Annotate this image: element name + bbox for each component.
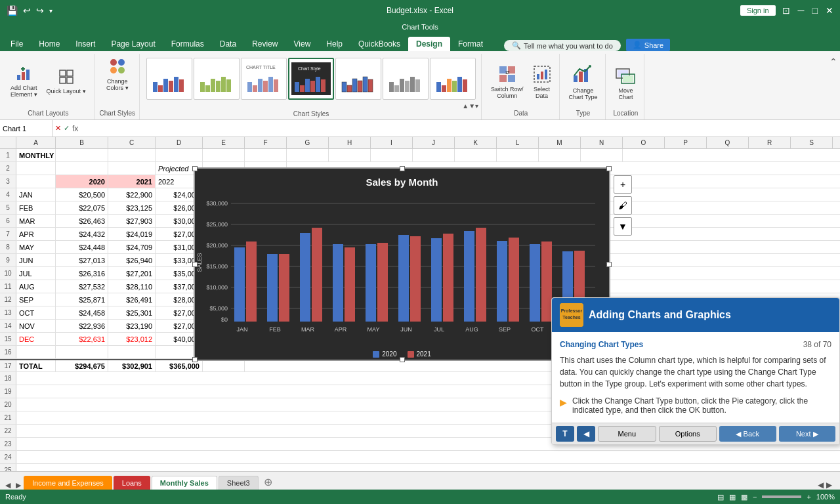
chart-style-2[interactable] [194, 58, 240, 100]
cell-b6[interactable]: $26,463 [56, 215, 108, 227]
undo-icon[interactable]: ↩ [22, 4, 32, 17]
cell-a15[interactable]: DEC [16, 333, 56, 345]
panel-options-button[interactable]: Options [659, 426, 717, 442]
tab-page-layout[interactable]: Page Layout [103, 37, 163, 51]
cell-i1[interactable] [371, 149, 413, 161]
close-icon[interactable]: ✕ [824, 4, 835, 17]
cell-l1[interactable] [497, 149, 539, 161]
cell-a16[interactable] [16, 346, 56, 358]
cell-b10[interactable]: $26,316 [56, 267, 108, 280]
switch-row-column-button[interactable]: ⇄ Switch Row/Column [487, 63, 528, 101]
tab-format[interactable]: Format [450, 37, 491, 51]
chart-style-scroll-more[interactable]: ▾ [475, 102, 478, 110]
redo-icon[interactable]: ↪ [35, 4, 45, 17]
cell-c9[interactable]: $26,940 [108, 254, 156, 266]
resize-mid-right[interactable] [606, 262, 612, 267]
col-header-q[interactable]: Q [707, 137, 749, 148]
name-box[interactable]: Chart 1 [0, 120, 52, 136]
cell-a3[interactable] [16, 175, 56, 188]
tab-home[interactable]: Home [31, 37, 68, 51]
col-header-b[interactable]: B [56, 137, 108, 148]
cell-b13[interactable]: $24,458 [56, 306, 108, 319]
panel-back-button[interactable]: ◀ Back [719, 426, 776, 442]
cell-a14[interactable]: NOV [16, 320, 56, 332]
col-header-g[interactable]: G [287, 137, 329, 148]
cell-e1[interactable] [203, 149, 245, 161]
cell-b14[interactable]: $22,936 [56, 320, 108, 332]
cell-c3[interactable]: 2021 [108, 175, 156, 188]
cell-b12[interactable]: $25,871 [56, 293, 108, 306]
cell-b4[interactable]: $20,500 [56, 188, 108, 201]
zoom-slider[interactable] [762, 495, 801, 498]
move-chart-button[interactable]: MoveChart [611, 62, 640, 102]
tab-scroll-right-icon[interactable]: ▶ [826, 480, 832, 490]
chart-style-7[interactable] [430, 58, 476, 100]
cell-m1[interactable] [539, 149, 581, 161]
cell-e17[interactable] [203, 360, 245, 371]
resize-top-left[interactable] [192, 166, 198, 171]
sheet-tab-loans[interactable]: Loans [114, 476, 150, 490]
zoom-in-icon[interactable]: + [807, 493, 810, 501]
col-header-j[interactable]: J [413, 137, 455, 148]
resize-top-right[interactable] [606, 166, 612, 171]
minimize-icon[interactable]: ─ [797, 4, 806, 17]
panel-menu-button[interactable]: Menu [598, 426, 656, 442]
resize-mid-left[interactable] [192, 262, 198, 267]
chart-overlay[interactable]: Sales by Month $30,000 $25,000 $20,000 $… [194, 167, 610, 361]
cell-c11[interactable]: $28,110 [108, 280, 156, 293]
cell-b5[interactable]: $22,075 [56, 201, 108, 214]
chart-style-scroll-down[interactable]: ▼ [469, 102, 475, 110]
chart-style-3[interactable]: CHART TITLE [241, 58, 287, 100]
page-break-view-icon[interactable]: ▩ [741, 493, 747, 501]
cell-a1[interactable]: MONTHLY SALES [16, 149, 56, 161]
cell-c16[interactable] [108, 346, 156, 358]
tab-scroll-left-icon[interactable]: ◀ [818, 480, 824, 490]
cell-a12[interactable]: SEP [16, 293, 56, 306]
cell-c14[interactable]: $23,190 [108, 320, 156, 332]
col-header-l[interactable]: L [497, 137, 539, 148]
cell-a6[interactable]: MAR [16, 215, 56, 227]
chart-style-scroll-up[interactable]: ▲ [462, 102, 469, 110]
cell-b9[interactable]: $27,013 [56, 254, 108, 266]
tab-design[interactable]: Design [408, 37, 450, 51]
col-header-a[interactable]: A [16, 137, 56, 148]
confirm-formula-icon[interactable]: ✓ [64, 124, 70, 133]
change-chart-type-button[interactable]: ChangeChart Type [565, 62, 602, 102]
tab-help[interactable]: Help [318, 37, 350, 51]
cell-c7[interactable]: $24,019 [108, 228, 156, 240]
tell-me-box[interactable]: 🔍 Tell me what you want to do [504, 40, 621, 51]
sheet-tab-sheet3[interactable]: Sheet3 [219, 476, 259, 490]
maximize-icon[interactable]: □ [811, 4, 819, 17]
panel-next-button[interactable]: Next ▶ [779, 426, 836, 442]
cell-c6[interactable]: $27,903 [108, 215, 156, 227]
cell-a8[interactable]: MAY [16, 241, 56, 253]
cell-b1[interactable] [56, 149, 108, 161]
cell-c10[interactable]: $27,201 [108, 267, 156, 280]
tab-review[interactable]: Review [244, 37, 285, 51]
cell-c17[interactable]: $302,901 [108, 360, 156, 371]
col-header-h[interactable]: H [329, 137, 371, 148]
tab-quickbooks[interactable]: QuickBooks [350, 37, 408, 51]
quick-access-more[interactable]: ▾ [48, 6, 54, 16]
cell-c2[interactable] [108, 162, 156, 175]
cell-c8[interactable]: $24,709 [108, 241, 156, 253]
col-header-o[interactable]: O [623, 137, 665, 148]
save-icon[interactable]: 💾 [5, 4, 19, 17]
cell-b8[interactable]: $24,448 [56, 241, 108, 253]
chart-style-button[interactable]: 🖌 [614, 196, 632, 215]
normal-view-icon[interactable]: ▤ [717, 493, 724, 501]
col-header-r[interactable]: R [749, 137, 791, 148]
col-header-e[interactable]: E [203, 137, 245, 148]
cell-b17[interactable]: $294,675 [56, 360, 108, 371]
add-chart-element-button[interactable]: Add ChartElement ▾ [7, 64, 41, 100]
cell-a5[interactable]: FEB [16, 201, 56, 214]
chart-filter-button[interactable]: ▼ [614, 217, 632, 236]
sheet-tab-scroll-right[interactable]: ▶ [13, 481, 24, 490]
zoom-out-icon[interactable]: − [753, 493, 757, 501]
panel-t-button[interactable]: T [556, 426, 574, 442]
share-button[interactable]: 👤 Share [626, 39, 670, 51]
col-header-k[interactable]: K [455, 137, 497, 148]
cell-b7[interactable]: $24,432 [56, 228, 108, 240]
sheet-tab-monthly-sales[interactable]: Monthly Sales [152, 476, 217, 490]
col-header-n[interactable]: N [581, 137, 623, 148]
